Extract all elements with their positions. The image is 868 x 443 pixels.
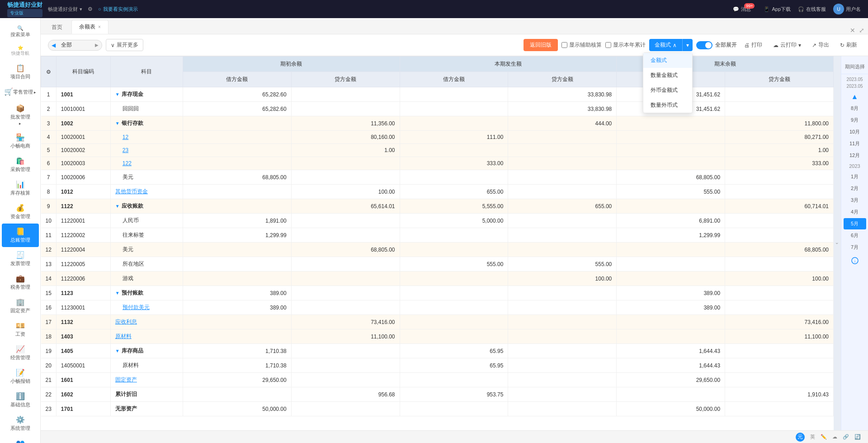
cb-credit: 60,714.01: [725, 199, 834, 214]
table-row: 6 10020003 122 333.00 333.00: [41, 157, 834, 170]
tab-bar-close-icon[interactable]: ✕: [850, 27, 855, 34]
cb-credit: 1,910.43: [725, 387, 834, 402]
sidebar-item-invoice[interactable]: 🧾 发票管理: [2, 247, 39, 271]
cb-debit: 555.00: [617, 185, 725, 199]
app-download-button[interactable]: 📱 App下载: [764, 6, 791, 13]
account-name: 其他货币资金: [110, 185, 183, 199]
show-ytd-checkbox[interactable]: 显示本年累计: [605, 41, 646, 49]
table-row: 21 1601 固定资产 29,650.00 29,650.00: [41, 373, 834, 387]
dropdown-item-qty-amount[interactable]: 数量金额式: [643, 68, 692, 83]
amount-style-button[interactable]: 金额式 ∧: [649, 39, 682, 51]
expand-row-icon[interactable]: ▼: [115, 204, 120, 209]
period-month-item[interactable]: 3月: [844, 195, 866, 206]
sidebar-item-project[interactable]: 📋 项目合同: [2, 60, 39, 84]
sidebar-item-expense[interactable]: 📝 小畅报销: [2, 365, 39, 388]
tab-close-icon[interactable]: ×: [98, 24, 101, 29]
account-link[interactable]: 23: [123, 147, 128, 153]
sidebar-item-quick-nav[interactable]: ⭐ 快捷导航: [2, 42, 39, 60]
cloud-print-button[interactable]: ☁ 云打印 ▾: [769, 39, 805, 51]
search-menu-button[interactable]: 🔍 搜索菜单: [10, 22, 30, 42]
print-button[interactable]: 🖨 打印: [741, 39, 766, 51]
account-link[interactable]: 预付款美元: [123, 304, 150, 310]
tab-home[interactable]: 首页: [44, 21, 70, 34]
sidebar-item-purchase[interactable]: 🛍️ 采购管理: [2, 153, 39, 176]
auxiliary-checkbox-input[interactable]: [561, 42, 567, 48]
sidebar-item-assets[interactable]: 🏢 固定资产: [2, 294, 39, 318]
period-month-item[interactable]: 2月: [844, 183, 866, 194]
account-link[interactable]: 其他货币资金: [115, 188, 148, 195]
sidebar-item-retail[interactable]: 🛒 零售管理 ▸: [2, 84, 39, 100]
period-month-item[interactable]: 1月: [844, 171, 866, 182]
expand-all-toggle[interactable]: 全部展开: [696, 41, 737, 49]
online-service-button[interactable]: 🎧 在线客服: [798, 6, 826, 13]
expand-row-icon[interactable]: ▼: [115, 121, 120, 126]
period-month-item[interactable]: 7月: [844, 242, 866, 253]
user-avatar[interactable]: U 用户名: [833, 4, 861, 14]
sidebar-item-payroll[interactable]: 💴 工资: [2, 318, 39, 341]
period-year-item[interactable]: 2023: [844, 162, 866, 171]
sidebar-item-basic-info[interactable]: ℹ️ 基础信息: [2, 388, 39, 412]
amount-style-arrow-button[interactable]: ▾: [682, 39, 693, 51]
sidebar-item-wholesale[interactable]: 📦 批发管理 ▸: [2, 100, 39, 129]
account-link[interactable]: 固定资产: [115, 376, 137, 383]
ytd-checkbox-input[interactable]: [605, 42, 611, 48]
sidebar-item-ledger[interactable]: 📒 总账管理: [2, 224, 39, 247]
account-link[interactable]: 12: [123, 134, 128, 140]
currency-icon[interactable]: 元: [796, 433, 805, 442]
table-main[interactable]: ⚙ 科目编码 科目 期初余额 本期发生额 期末余额 借方金额 贷方金额 借方金额…: [41, 56, 834, 430]
dropdown-item-qty-foreign[interactable]: 数量外币式: [643, 98, 692, 113]
show-auxiliary-checkbox[interactable]: 显示辅助核算: [561, 41, 602, 49]
edit-icon[interactable]: ✏️: [821, 434, 827, 440]
tab-bar-expand-icon[interactable]: ⤢: [859, 27, 864, 34]
period-month-item[interactable]: 9月: [844, 114, 866, 126]
sidebar-item-inventory[interactable]: 📊 库存核算: [2, 176, 39, 200]
app-selector-dropdown[interactable]: 畅捷通好业财 ▾: [48, 6, 82, 13]
message-button[interactable]: 💬 消息 99+: [733, 6, 751, 13]
dropdown-item-amount[interactable]: 金额式: [643, 53, 692, 68]
settings-icon[interactable]: ⚙: [88, 6, 93, 12]
period-month-item[interactable]: 12月: [844, 150, 866, 161]
expand-row-icon[interactable]: ▼: [115, 92, 120, 97]
period-nav-up[interactable]: ▲: [849, 91, 860, 102]
period-month-item[interactable]: 5月: [844, 218, 866, 229]
sidebar-item-ecommerce[interactable]: 🏪 小畅电商: [2, 129, 39, 153]
demo-link[interactable]: ○ 我要看实例演示: [98, 6, 138, 13]
expand-row-icon[interactable]: ▼: [115, 291, 120, 295]
account-link[interactable]: 应收利息: [115, 319, 137, 325]
cloud2-icon[interactable]: 🔗: [843, 434, 849, 440]
period-month-item[interactable]: 11月: [844, 138, 866, 149]
account-link[interactable]: 122: [123, 160, 132, 167]
sidebar-item-tax[interactable]: 💼 税务管理: [2, 271, 39, 294]
sidebar-item-operations[interactable]: 📈 经营管理: [2, 341, 39, 365]
period-nav-down[interactable]: ↓: [849, 255, 860, 266]
period-month-item[interactable]: 10月: [844, 126, 866, 138]
collapse-panel[interactable]: ›: [834, 56, 841, 430]
account-code: 11220004: [56, 243, 110, 257]
sidebar-item-collab[interactable]: 👥 企业协同: [2, 435, 39, 443]
filter-wrapper: ◀ ▶: [48, 40, 102, 51]
ob-debit: 65,282.60: [183, 102, 291, 116]
account-code: 1122: [56, 199, 110, 214]
period-month-item[interactable]: 8月: [844, 103, 866, 114]
sidebar-item-system[interactable]: ⚙️ 系统管理: [2, 412, 39, 435]
expand-more-button[interactable]: ∨ 展开更多: [106, 39, 143, 51]
expand-row-icon[interactable]: ▼: [115, 348, 120, 353]
ob-credit: [291, 170, 400, 185]
dropdown-item-foreign-amount[interactable]: 外币金额式: [643, 83, 692, 98]
col-settings-header[interactable]: ⚙: [41, 57, 57, 87]
refresh-button[interactable]: ↻ 刷新: [836, 39, 861, 51]
account-link[interactable]: 原材料: [115, 333, 132, 339]
return-old-version-button[interactable]: 返回旧版: [524, 39, 558, 51]
filter-input[interactable]: [48, 40, 102, 51]
chevron-right-icon2: ▸: [19, 121, 21, 126]
table-row: 23 1701 无形资产 50,000.00 50,000.00: [41, 402, 834, 416]
period-month-item[interactable]: 4月: [844, 206, 866, 218]
sync-icon[interactable]: 🔄: [854, 434, 861, 440]
export-button[interactable]: ↗ 导出: [808, 39, 833, 51]
toggle-switch[interactable]: [696, 41, 712, 49]
cloud-icon[interactable]: ☁: [832, 434, 837, 440]
period-month-item[interactable]: 6月: [844, 230, 866, 241]
tab-balance[interactable]: 余额表 ×: [71, 20, 108, 34]
sidebar-item-capital[interactable]: 💰 资金管理: [2, 200, 39, 224]
lang-label[interactable]: 英: [810, 433, 815, 440]
